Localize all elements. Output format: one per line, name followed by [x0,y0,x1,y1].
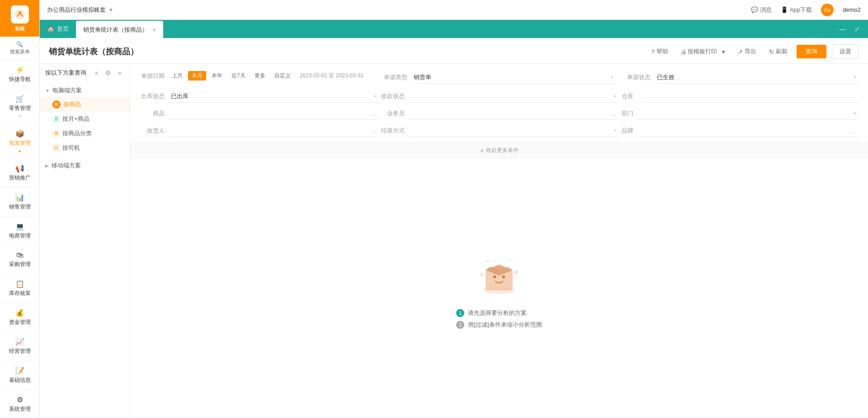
sidebar-item-retail[interactable]: 🛒 零售管理 ▼ [0,89,39,124]
date-tab-this-month[interactable]: 本月 [188,71,206,81]
date-tab-custom[interactable]: 自定义 [271,71,294,81]
payment-select[interactable]: ▾ [408,124,619,137]
marketing-icon: 📢 [15,164,24,173]
search-label: 搜索菜单 [0,48,39,55]
warehouse-label: 仓库 [619,92,637,100]
date-filter-cell: 单据日期 上月 本月 本年 近7天 更多 自定义 [139,69,373,82]
tree-group-desktop[interactable]: ▼ 电脑端方案 [40,84,130,97]
doc-type-value: 销货单 [414,73,611,81]
print-dropdown-arrow[interactable]: ▾ [719,48,725,55]
brand-label: 品牌 [619,127,637,135]
consignee-dots[interactable]: ... [370,127,376,135]
tab-minimize-btn[interactable]: — [837,24,848,34]
svg-point-1 [19,11,21,14]
inventory-icon: 📋 [15,280,24,288]
user-name[interactable]: demo2 [843,6,861,13]
collection-status-select[interactable]: ▾ [408,90,619,103]
goods-select[interactable]: ... [168,107,379,120]
sidebar-item-basic-info[interactable]: 📝 基础信息 [0,361,39,390]
date-tab-this-year[interactable]: 本年 [208,71,226,81]
doc-type-select[interactable]: 销货单 ▾ [411,71,616,84]
sales-icon: 📊 [15,193,24,202]
tree-item-by-month-goods[interactable]: 月 按月+商品 [40,112,130,126]
tree-group-label-mobile: 移动端方案 [52,162,81,170]
tab-active[interactable]: 销货单统计表（按商品） × [76,21,163,39]
app-logo[interactable]: 标账 [0,0,39,37]
collapse-arrow-icon: ∧ [480,147,484,154]
tab-expand-btn[interactable]: ⤢ [852,24,863,34]
sidebar-item-marketing[interactable]: 📢 营销推广 [0,159,39,188]
sidebar-item-wholesale[interactable]: 📦 批发管理 ▲ [0,124,39,159]
tab-bar: 🏠 首页 销货单统计表（按商品） × — ⤢ [40,20,868,38]
sidebar-item-inventory[interactable]: 📋 库存核算 [0,274,39,303]
sidebar-item-system[interactable]: ⚙ 系统管理 [0,390,39,418]
tree-group-mobile[interactable]: ▶ 移动端方案 [40,159,130,172]
salesperson-dots[interactable]: ... [610,109,616,118]
industry-dropdown-btn[interactable]: ▾ [109,6,113,13]
export-btn[interactable]: ↗ 导出 [734,46,760,57]
operations-label: 经营管理 [9,347,31,355]
home-tab-label: 首页 [57,25,69,33]
sidebar-item-quicknav[interactable]: ⚡ 快捷导航 [0,60,39,89]
tree-item-by-goods[interactable]: 按 按商品 [40,97,130,112]
left-panel-settings-btn[interactable]: ⚙ [104,68,113,77]
payment-label: 结算方式 [379,127,408,135]
basic-info-icon: 📝 [15,366,24,375]
consignee-select[interactable]: ... [168,124,379,137]
date-tab-more[interactable]: 更多 [251,71,269,81]
brand-dots[interactable]: ... [850,127,856,135]
tab-home[interactable]: 🏠 首页 [40,20,76,38]
date-label: 单据日期 [139,72,168,80]
left-panel-collapse-btn[interactable]: « [115,68,124,77]
left-panel-add-btn[interactable]: + [92,68,101,77]
collapse-bar[interactable]: ∧ 收起更多条件 [130,143,868,158]
refresh-label: 刷新 [776,48,788,56]
goods-filter-cell: 商品 ... [139,107,379,120]
svg-point-10 [514,271,518,274]
right-panel: 单据日期 上月 本月 本年 近7天 更多 自定义 [130,64,868,418]
brand-select[interactable]: ... [637,124,859,137]
refresh-btn[interactable]: ↻ 刷新 [765,46,791,57]
tab-close-btn[interactable]: × [152,26,156,33]
out-status-arrow: ▾ [374,94,377,99]
page-title: 销货单统计表（按商品） [49,46,138,57]
department-select[interactable]: ▾ [637,107,859,120]
query-btn[interactable]: 查询 [797,45,826,58]
tree-item-by-category[interactable]: 类 按商品分类 [40,126,130,141]
collection-status-filter-cell: 收款状态 ▾ [379,90,619,103]
app-download-icon: 📱 [781,6,788,13]
help-btn[interactable]: ? 帮助 [648,46,672,57]
date-tab-last-month[interactable]: 上月 [168,71,186,81]
sidebar-item-sales[interactable]: 📊 销售管理 [0,188,39,217]
sidebar-item-operations[interactable]: 📈 经营管理 [0,332,39,361]
consignee-label: 收货人 [139,127,168,135]
sidebar-item-ecommerce[interactable]: 💻 电商管理 [0,217,39,246]
avatar[interactable]: Ea [821,4,834,16]
date-filter-control[interactable]: 上月 本月 本年 近7天 更多 自定义 2023-03-01 至 2023-03… [168,71,373,81]
warehouse-select[interactable]: ... [637,90,859,103]
empty-state: 1 请先选择要分析的方案 2 用[过滤]条件来缩小分析范围 [130,158,868,418]
sidebar-item-finance[interactable]: 💰 资金管理 [0,303,39,332]
main-layout: 按以下方案查询 + ⚙ « ▼ 电脑端方案 [40,64,868,418]
date-tabs: 上月 本月 本年 近7天 更多 自定义 [168,71,294,81]
app-download-btn[interactable]: 📱 App下载 [781,6,812,14]
doc-status-select[interactable]: 已生效 ▾ [654,71,859,84]
salesperson-select[interactable]: ... [408,107,619,120]
tree-item-by-driver[interactable]: 司 按司机 [40,141,130,155]
sidebar-search-btn[interactable]: 🔍 搜索菜单 [0,37,39,60]
help-icon: ? [651,48,655,55]
sidebar-item-purchase[interactable]: 🛍 采购管理 [0,246,39,274]
out-status-select[interactable]: 已出库 ▾ [168,90,379,103]
settings-btn[interactable]: 设置 [832,44,859,59]
tree-section-desktop: ▼ 电脑端方案 按 按商品 月 按月+商品 类 [40,82,130,157]
print-btn[interactable]: 🖨 按模板打印 ▾ [677,46,729,57]
date-tab-7-days[interactable]: 近7天 [228,71,249,81]
doc-status-filter-cell: 单据状态 已生效 ▾ [625,69,859,86]
goods-dots[interactable]: ... [370,109,376,118]
tree-expand-icon: ▼ [45,88,50,93]
consignee-filter-cell: 收货人 ... [139,124,379,137]
out-status-value: 已出库 [171,92,374,100]
message-btn[interactable]: 💬 消息 [751,6,772,14]
wholesale-icon: 📦 [15,129,24,138]
tip-text-2: 用[过滤]条件来缩小分析范围 [468,321,542,329]
